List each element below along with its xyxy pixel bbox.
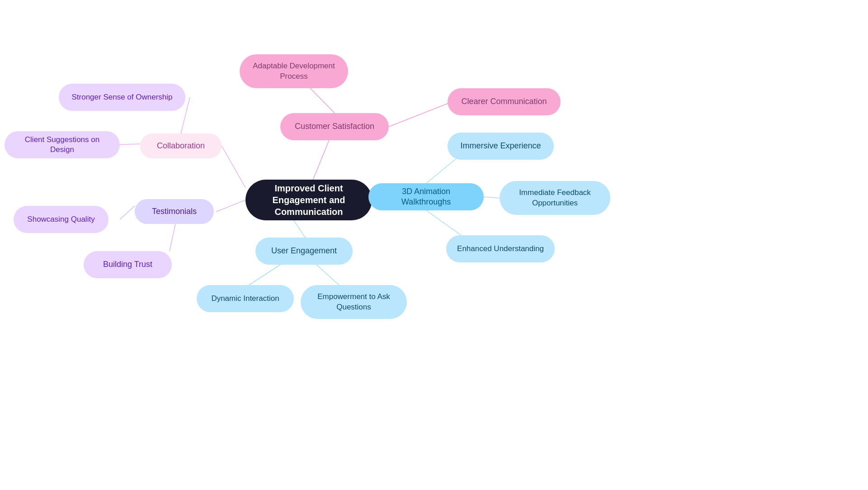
immediate-feedback-node: Immediate Feedback Opportunities [500, 181, 610, 215]
building-trust-node: Building Trust [84, 251, 172, 278]
svg-line-7 [120, 206, 135, 219]
empowerment-node: Empowerment to Ask Questions [301, 285, 407, 319]
svg-line-6 [216, 200, 245, 212]
user-engagement-node: User Engagement [255, 238, 353, 265]
client-suggestions-node: Client Suggestions on Design [5, 131, 120, 158]
center-node: Improved Client Engagement and Communica… [245, 180, 372, 220]
customer-satisfaction-node: Customer Satisfaction [280, 113, 389, 140]
adaptable-dev-node: Adaptable Development Process [240, 54, 348, 88]
immersive-experience-node: Immersive Experience [448, 133, 554, 160]
testimonials-node: Testimonials [135, 199, 214, 224]
showcasing-quality-node: Showcasing Quality [14, 206, 108, 233]
svg-line-2 [389, 102, 452, 127]
enhanced-understanding-node: Enhanced Understanding [446, 235, 555, 262]
collaboration-node: Collaboration [140, 133, 222, 158]
svg-line-15 [426, 210, 461, 235]
svg-line-14 [483, 197, 502, 198]
svg-line-3 [222, 146, 245, 188]
svg-line-10 [245, 265, 280, 287]
dynamic-interaction-node: Dynamic Interaction [197, 285, 294, 312]
stronger-ownership-node: Stronger Sense of Ownership [59, 84, 185, 111]
svg-line-5 [118, 144, 140, 145]
clearer-comm-node: Clearer Communication [448, 88, 561, 115]
svg-line-8 [170, 224, 175, 251]
animation-walkthroughs-node: 3D Animation Walkthroughs [368, 183, 484, 210]
